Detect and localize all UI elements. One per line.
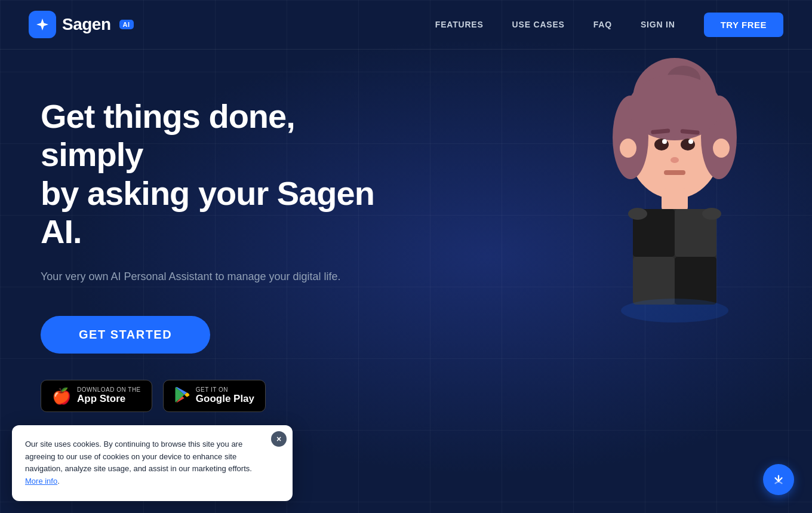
app-store-badge[interactable]: 🍎 Download on the App Store: [41, 380, 152, 411]
app-store-pre-label: Download on the: [77, 386, 141, 393]
ai-avatar: [573, 54, 776, 352]
hero-headline-line1: Get things done, simply: [41, 97, 295, 173]
svg-point-13: [662, 139, 667, 144]
scroll-down-fab[interactable]: [763, 464, 794, 495]
svg-point-23: [628, 208, 647, 220]
svg-point-6: [628, 75, 721, 140]
svg-point-24: [702, 208, 721, 220]
logo-badge: AI: [119, 20, 134, 29]
apple-icon: 🍎: [52, 388, 71, 404]
logo-wordmark: Sagen: [62, 15, 111, 34]
cookie-close-button[interactable]: ×: [271, 431, 287, 447]
google-play-pre-label: GET IT ON: [196, 386, 254, 393]
app-store-label: App Store: [77, 393, 141, 405]
cookie-text: Our site uses cookies. By continuing to …: [25, 440, 252, 474]
logo[interactable]: Sagen AI: [29, 11, 134, 38]
svg-point-25: [621, 299, 728, 322]
google-play-text: GET IT ON Google Play: [196, 386, 254, 405]
try-free-button[interactable]: TRY FREE: [704, 13, 783, 37]
svg-rect-21: [633, 257, 675, 305]
hero-section: Get things done, simply by asking your S…: [0, 50, 418, 412]
store-badges: 🍎 Download on the App Store GET IT ON Go…: [41, 380, 377, 411]
cookie-banner: × Our site uses cookies. By continuing t…: [12, 425, 293, 501]
nav-sign-in[interactable]: SIGN IN: [641, 20, 675, 29]
hero-subtext: Your very own AI Personal Assistant to m…: [41, 268, 377, 285]
get-started-button[interactable]: GET STARTED: [41, 316, 210, 354]
nav-faq[interactable]: FAQ: [593, 20, 612, 29]
nav-features[interactable]: FEATURES: [435, 20, 484, 29]
svg-rect-16: [664, 170, 685, 175]
google-play-badge[interactable]: GET IT ON Google Play: [163, 380, 266, 411]
nav-links: FEATURES USE CASES FAQ SIGN IN TRY FREE: [435, 13, 783, 37]
app-store-text: Download on the App Store: [77, 386, 141, 405]
svg-rect-20: [675, 257, 716, 305]
hero-headline-line2: by asking your Sagen AI.: [41, 174, 374, 250]
scroll-down-icon: [772, 473, 785, 486]
google-play-label: Google Play: [196, 393, 254, 405]
hero-headline: Get things done, simply by asking your S…: [41, 97, 377, 251]
nav-use-cases[interactable]: USE CASES: [512, 20, 565, 29]
svg-point-8: [713, 139, 730, 158]
svg-point-14: [688, 139, 693, 144]
logo-icon: [29, 11, 56, 38]
svg-point-7: [620, 139, 636, 158]
cookie-more-info-link[interactable]: More info: [25, 477, 57, 486]
navbar: Sagen AI FEATURES USE CASES FAQ SIGN IN …: [0, 0, 812, 50]
google-play-icon: [174, 387, 190, 405]
svg-point-15: [670, 157, 679, 163]
svg-rect-17: [662, 188, 688, 212]
